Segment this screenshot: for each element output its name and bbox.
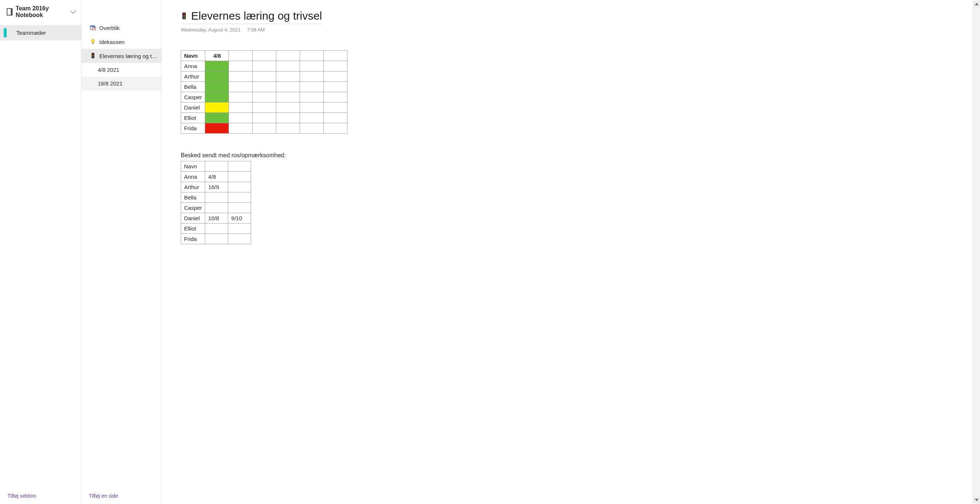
table-row[interactable]: Casper bbox=[181, 92, 347, 103]
pages-sidebar: OverblikIdekassenElevernes læring og tr.… bbox=[81, 0, 161, 504]
messages-cell-name: Elliot bbox=[181, 223, 205, 234]
page-item-label: 4/8 2021 bbox=[98, 67, 119, 73]
status-cell-empty bbox=[324, 113, 347, 123]
add-page-label: Tilføj en side bbox=[89, 493, 118, 499]
notebook-title: Team 2016y Notebook bbox=[16, 5, 68, 19]
table-row[interactable]: Arthur bbox=[181, 71, 347, 82]
status-cell-empty bbox=[229, 113, 253, 123]
status-cell-empty bbox=[324, 61, 347, 71]
page-date: Wednesday, August 4, 2021 bbox=[181, 27, 240, 33]
messages-cell-d2: 9/10 bbox=[228, 213, 251, 223]
page-meta: Wednesday, August 4, 2021 7:58 AM bbox=[181, 27, 953, 33]
page-title[interactable]: Elevernes læring og trivsel bbox=[191, 10, 322, 22]
page-item[interactable]: Idekassen bbox=[81, 35, 161, 49]
messages-cell-d1: 10/8 bbox=[205, 213, 228, 223]
status-cell-color bbox=[205, 61, 229, 71]
status-cell-empty bbox=[324, 103, 347, 113]
status-header-empty bbox=[253, 51, 276, 61]
messages-cell-d2 bbox=[228, 192, 251, 203]
messages-table[interactable]: NavnAnna4/8Arthur16/9BellaCasperDaniel10… bbox=[181, 161, 251, 244]
table-row[interactable]: Daniel bbox=[181, 103, 347, 113]
page-item[interactable]: 18/8 2021 bbox=[81, 77, 161, 90]
triangle-up-icon bbox=[975, 3, 978, 5]
status-cell-empty bbox=[276, 61, 300, 71]
table-row[interactable]: Anna4/8 bbox=[181, 172, 251, 182]
add-page-button[interactable]: Tilføj en side bbox=[81, 488, 161, 504]
messages-cell-d1: 4/8 bbox=[205, 172, 228, 182]
messages-heading[interactable]: Besked sendt med ros/opmærksomhed: bbox=[181, 152, 953, 159]
status-cell-empty bbox=[300, 103, 324, 113]
table-row[interactable]: Anna bbox=[181, 61, 347, 71]
svg-rect-1 bbox=[91, 26, 95, 27]
svg-point-10 bbox=[183, 15, 185, 16]
status-cell-name: Daniel bbox=[181, 103, 205, 113]
svg-rect-3 bbox=[92, 43, 94, 44]
status-cell-empty bbox=[229, 71, 253, 82]
table-row[interactable]: Bella bbox=[181, 82, 347, 92]
status-cell-empty bbox=[253, 113, 276, 123]
table-row[interactable]: Arthur16/9 bbox=[181, 182, 251, 192]
messages-cell-d2 bbox=[228, 234, 251, 244]
table-row[interactable]: Elliot bbox=[181, 113, 347, 123]
messages-cell-name: Casper bbox=[181, 203, 205, 213]
scroll-down-button[interactable] bbox=[974, 497, 980, 503]
traffic-light-icon bbox=[90, 52, 96, 59]
status-header-name: Navn bbox=[181, 51, 205, 61]
status-cell-empty bbox=[324, 71, 347, 82]
status-cell-name: Casper bbox=[181, 92, 205, 103]
svg-point-9 bbox=[183, 13, 185, 14]
status-cell-color bbox=[205, 103, 229, 113]
section-item[interactable]: Teammøder bbox=[0, 25, 81, 40]
svg-point-5 bbox=[92, 53, 94, 54]
status-cell-color bbox=[205, 71, 229, 82]
messages-cell-d1 bbox=[205, 223, 228, 234]
table-row[interactable]: Bella bbox=[181, 192, 251, 203]
notebook-picker[interactable]: Team 2016y Notebook bbox=[0, 0, 81, 25]
page-item-label: Overblik bbox=[99, 25, 119, 31]
messages-cell-d1 bbox=[205, 192, 228, 203]
status-cell-empty bbox=[253, 82, 276, 92]
status-header-empty bbox=[300, 51, 324, 61]
table-row[interactable]: Daniel10/89/10 bbox=[181, 213, 251, 223]
page-item-label: Idekassen bbox=[99, 39, 124, 45]
vertical-scrollbar[interactable] bbox=[973, 0, 980, 504]
page-item-label: 18/8 2021 bbox=[98, 80, 123, 87]
lightbulb-icon bbox=[90, 38, 96, 45]
status-cell-empty bbox=[229, 61, 253, 71]
traffic-light-icon bbox=[181, 13, 188, 19]
status-cell-empty bbox=[300, 113, 324, 123]
page-time: 7:58 AM bbox=[247, 27, 265, 33]
messages-cell-d1 bbox=[205, 203, 228, 213]
status-cell-empty bbox=[253, 123, 276, 133]
triangle-down-icon bbox=[975, 499, 978, 501]
page-item[interactable]: Elevernes læring og tr... bbox=[81, 49, 161, 63]
messages-header-name: Navn bbox=[181, 161, 205, 172]
status-cell-empty bbox=[300, 71, 324, 82]
page-canvas[interactable]: Elevernes læring og trivsel Wednesday, A… bbox=[161, 0, 973, 504]
status-cell-empty bbox=[276, 92, 300, 103]
status-cell-name: Bella bbox=[181, 82, 205, 92]
page-item[interactable]: 4/8 2021 bbox=[81, 63, 161, 77]
section-item-label: Teammøder bbox=[16, 30, 46, 36]
messages-cell-d2 bbox=[228, 203, 251, 213]
messages-cell-d1: 16/9 bbox=[205, 182, 228, 192]
svg-point-11 bbox=[183, 17, 185, 19]
status-cell-color bbox=[205, 123, 229, 133]
status-cell-name: Frida bbox=[181, 123, 205, 133]
status-cell-empty bbox=[276, 113, 300, 123]
page-item[interactable]: Overblik bbox=[81, 21, 161, 35]
table-row[interactable]: Frida bbox=[181, 234, 251, 244]
table-row[interactable]: Casper bbox=[181, 203, 251, 213]
status-cell-empty bbox=[253, 92, 276, 103]
add-section-button[interactable]: Tilføj sektion bbox=[0, 488, 81, 504]
status-cell-empty bbox=[324, 82, 347, 92]
status-cell-empty bbox=[229, 103, 253, 113]
svg-point-7 bbox=[92, 57, 94, 58]
status-cell-empty bbox=[300, 123, 324, 133]
status-table[interactable]: Navn4/8AnnaArthurBellaCasperDanielElliot… bbox=[181, 50, 347, 133]
sections-list: Teammøder bbox=[0, 25, 81, 488]
table-row[interactable]: Frida bbox=[181, 123, 347, 133]
status-cell-empty bbox=[229, 82, 253, 92]
scroll-up-button[interactable] bbox=[974, 1, 980, 7]
table-row[interactable]: Elliot bbox=[181, 223, 251, 234]
